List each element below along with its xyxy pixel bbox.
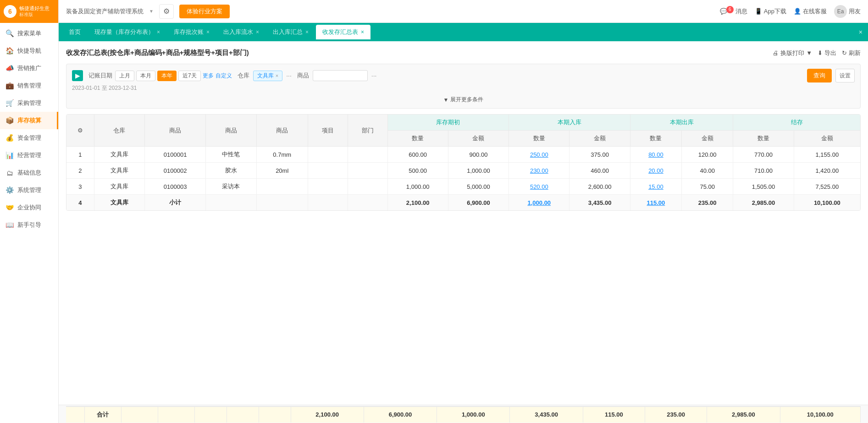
row1-code: 0100001 bbox=[145, 147, 205, 163]
tab-recv-send-label: 收发存汇总表 bbox=[322, 28, 358, 36]
total-empty1 bbox=[66, 407, 84, 423]
refresh-button[interactable]: ↻ 刷新 bbox=[842, 49, 861, 57]
purchase-icon: 🛒 bbox=[6, 99, 14, 107]
sidebar-item-finance[interactable]: 💰 资金管理 bbox=[0, 129, 58, 147]
app-download-label: App下载 bbox=[764, 7, 786, 16]
sidebar-item-guide[interactable]: 📖 新手引导 bbox=[0, 216, 58, 234]
tab-inout-flow[interactable]: 出入库流水 × bbox=[217, 25, 265, 39]
row3-in-qty[interactable]: 520.00 bbox=[509, 179, 569, 195]
goods-more[interactable]: ··· bbox=[371, 72, 377, 79]
sidebar-item-quicknav[interactable]: 🏠 快捷导航 bbox=[0, 42, 58, 60]
sidebar-item-purchase[interactable]: 🛒 采购管理 bbox=[0, 94, 58, 112]
subtotal-open-qty: 2,100.00 bbox=[387, 195, 448, 211]
goods-input[interactable] bbox=[313, 70, 368, 81]
subtotal-label: 小计 bbox=[145, 195, 205, 211]
row1-out-qty[interactable]: 80.00 bbox=[630, 147, 681, 163]
subtotal-out-qty[interactable]: 115.00 bbox=[630, 195, 681, 211]
print-button[interactable]: 🖨 换版打印 ▼ bbox=[773, 49, 812, 57]
sidebar-nav: 🔍 搜索菜单 🏠 快捷导航 📣 营销推广 💼 销售管理 🛒 采购管理 📦 库存核… bbox=[0, 23, 58, 423]
row3-out-qty[interactable]: 15.00 bbox=[630, 179, 681, 195]
row1-open-amt: 900.00 bbox=[448, 147, 509, 163]
user-avatar-area[interactable]: Ea 用友 bbox=[834, 5, 861, 18]
total-open-amt: 6,900.00 bbox=[364, 407, 437, 423]
sidebar-item-collab[interactable]: 🤝 企业协同 bbox=[0, 199, 58, 216]
tab-home[interactable]: 首页 bbox=[62, 25, 87, 39]
sidebar-item-basic[interactable]: 🗂 基础信息 bbox=[0, 164, 58, 181]
sidebar-item-marketing[interactable]: 📣 营销推广 bbox=[0, 60, 58, 77]
sidebar-item-sales[interactable]: 💼 销售管理 bbox=[0, 77, 58, 94]
row2-out-qty[interactable]: 20.00 bbox=[630, 163, 681, 179]
warehouse-tag-text: 文具库 bbox=[257, 72, 274, 80]
filter-warehouse-label: 仓库 bbox=[238, 71, 249, 80]
total-empty4 bbox=[194, 407, 227, 423]
sidebar-item-system[interactable]: ⚙️ 系统管理 bbox=[0, 181, 58, 199]
total-empty2 bbox=[121, 407, 158, 423]
total-empty5 bbox=[227, 407, 259, 423]
filter-collapse-btn[interactable]: ▶ bbox=[72, 70, 83, 81]
row3-open-amt: 5,000.00 bbox=[448, 179, 509, 195]
row2-in-qty[interactable]: 230.00 bbox=[509, 163, 569, 179]
topbar-right: 💬 6 消息 📱 App下载 👤 在线客服 Ea 用友 bbox=[720, 5, 861, 18]
tabbar-close-all[interactable]: × bbox=[859, 28, 862, 36]
trial-button[interactable]: 体验行业方案 bbox=[179, 5, 230, 18]
row2-out-amt: 40.00 bbox=[682, 163, 733, 179]
tab-inout-summary[interactable]: 出入库汇总 × bbox=[266, 25, 315, 39]
message-button[interactable]: 💬 6 消息 bbox=[720, 7, 747, 16]
subtotal-row: 4 文具库 小计 2,100.00 6,900.00 1,000.00 3,43… bbox=[66, 195, 860, 211]
system-icon: ⚙️ bbox=[6, 186, 14, 194]
date-btn-7days[interactable]: 近7天 bbox=[178, 71, 201, 81]
query-button[interactable]: 查询 bbox=[807, 69, 832, 82]
table-settings-icon[interactable]: ⚙ bbox=[66, 115, 94, 147]
guide-icon: 📖 bbox=[6, 221, 14, 229]
row1-close-qty: 770.00 bbox=[733, 147, 794, 163]
export-button[interactable]: ⬇ 导出 bbox=[818, 49, 836, 57]
row2-code: 0100002 bbox=[145, 163, 205, 179]
system-dropdown[interactable]: ▼ bbox=[149, 9, 154, 14]
subtotal-open-amt: 6,900.00 bbox=[448, 195, 509, 211]
col-dept: 部门 bbox=[348, 115, 387, 147]
date-btn-this-month[interactable]: 本月 bbox=[136, 71, 155, 81]
tab-recv-send[interactable]: 收发存汇总表 × bbox=[316, 25, 370, 39]
online-service-button[interactable]: 👤 在线客服 bbox=[794, 7, 827, 16]
row3-in-amt: 2,600.00 bbox=[569, 179, 630, 195]
app-download-button[interactable]: 📱 App下载 bbox=[755, 7, 786, 16]
sub-in-qty: 数量 bbox=[509, 131, 569, 147]
total-empty6 bbox=[259, 407, 291, 423]
date-btn-this-year[interactable]: 本年 bbox=[157, 71, 177, 81]
sidebar-item-inventory[interactable]: 📦 库存核算 bbox=[0, 112, 58, 129]
sidebar-item-operation[interactable]: 📊 经营管理 bbox=[0, 147, 58, 164]
tab-stock-dist[interactable]: 现存量（库存分布表） × bbox=[88, 25, 166, 39]
warehouse-more[interactable]: ··· bbox=[286, 72, 292, 79]
tab-stock-dist-close[interactable]: × bbox=[157, 29, 160, 35]
search-icon: 🔍 bbox=[6, 29, 14, 38]
sub-out-qty: 数量 bbox=[630, 131, 681, 147]
date-btn-custom[interactable]: 自定义 bbox=[216, 72, 232, 80]
tab-recv-send-close[interactable]: × bbox=[361, 29, 364, 35]
settings-filter-button[interactable]: 设置 bbox=[835, 69, 855, 82]
tab-inout-flow-close[interactable]: × bbox=[256, 29, 259, 35]
sidebar-item-system-label: 系统管理 bbox=[17, 186, 41, 194]
expand-conditions-btn[interactable]: ▼ 展开更多条件 bbox=[72, 96, 855, 104]
tab-batch[interactable]: 库存批次账 × bbox=[167, 25, 216, 39]
warehouse-tag-close[interactable]: × bbox=[276, 73, 278, 78]
refresh-icon: ↻ bbox=[842, 49, 847, 56]
settings-button[interactable]: ⚙ bbox=[159, 4, 174, 19]
bottom-bar: 合计 2,100.00 6,900.00 1,000.00 3,435.00 1… bbox=[59, 405, 868, 423]
data-table: ⚙ 仓库 商品 商品 商品 项目 部门 库存期初 本期入库 本期出库 结存 数量 bbox=[66, 114, 861, 211]
subtotal-in-qty[interactable]: 1,000.00 bbox=[509, 195, 569, 211]
row3-warehouse: 文具库 bbox=[94, 179, 145, 195]
row1-open-qty: 600.00 bbox=[387, 147, 448, 163]
date-btn-more[interactable]: 更多 bbox=[203, 72, 214, 80]
row1-in-qty[interactable]: 250.00 bbox=[509, 147, 569, 163]
page-actions: 🖨 换版打印 ▼ ⬇ 导出 ↻ 刷新 bbox=[773, 49, 861, 57]
tab-inout-summary-close[interactable]: × bbox=[305, 29, 309, 35]
filter-date-label: 记账日期 bbox=[88, 71, 112, 80]
sidebar-item-search[interactable]: 🔍 搜索菜单 bbox=[0, 25, 58, 42]
sales-icon: 💼 bbox=[6, 82, 14, 90]
export-icon: ⬇ bbox=[818, 49, 823, 56]
tab-inout-flow-label: 出入库流水 bbox=[223, 28, 253, 36]
total-close-qty: 2,985.00 bbox=[707, 407, 780, 423]
print-arrow-icon: ▼ bbox=[806, 49, 812, 56]
tab-batch-close[interactable]: × bbox=[206, 29, 210, 35]
date-btn-last-month[interactable]: 上月 bbox=[115, 71, 134, 81]
